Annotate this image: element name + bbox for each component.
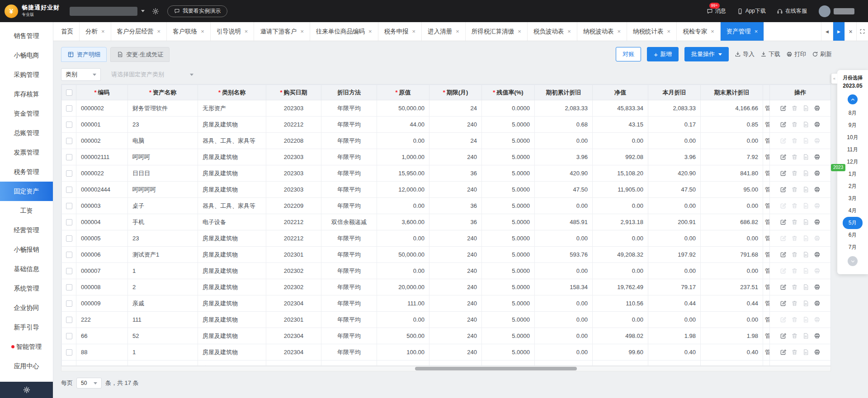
edit-asset-icon[interactable] xyxy=(780,121,787,128)
sidebar-settings-button[interactable] xyxy=(0,382,53,398)
tab-客户分层经营[interactable]: 客户分层经营× xyxy=(111,22,167,41)
reconcile-button[interactable]: 对账 xyxy=(616,47,641,61)
delete-asset-icon[interactable] xyxy=(791,202,798,209)
tab-纳税统计表[interactable]: 纳税统计表× xyxy=(627,22,677,41)
add-button[interactable]: + 新增 xyxy=(647,47,679,61)
row-checkbox[interactable] xyxy=(66,105,72,112)
print-asset-icon[interactable] xyxy=(814,154,821,160)
select-all-header[interactable] xyxy=(62,85,76,100)
refresh-button[interactable]: 刷新 xyxy=(812,50,832,58)
generate-voucher-icon[interactable] xyxy=(802,186,809,193)
tab-税检专家[interactable]: 税检专家× xyxy=(677,22,721,41)
batch-actions-button[interactable]: 批量操作 xyxy=(684,47,729,61)
print-asset-icon[interactable] xyxy=(814,316,821,323)
tab-往来单位商品编码[interactable]: 往来单位商品编码× xyxy=(310,22,378,41)
generate-voucher-icon[interactable] xyxy=(802,300,809,307)
month-item-11月[interactable]: 11月 xyxy=(837,144,868,156)
row-checkbox[interactable] xyxy=(66,349,72,356)
month-item-3月[interactable]: 3月 xyxy=(837,192,868,205)
panel-collapse-handle[interactable]: « xyxy=(831,74,837,84)
tab-close-icon[interactable]: × xyxy=(245,28,248,34)
download-button[interactable]: 下载 xyxy=(760,50,780,58)
row-checkbox[interactable] xyxy=(66,219,72,225)
edit-asset-icon[interactable] xyxy=(780,137,787,144)
tab-close-icon[interactable]: × xyxy=(101,28,105,34)
generate-voucher-icon[interactable] xyxy=(802,170,809,177)
delete-asset-icon[interactable] xyxy=(791,235,798,242)
row-checkbox[interactable] xyxy=(66,317,72,323)
edit-asset-icon[interactable] xyxy=(780,186,787,193)
print-asset-icon[interactable] xyxy=(814,332,821,339)
sidebar-item-经营管理[interactable]: 经营管理 xyxy=(0,220,53,240)
delete-asset-icon[interactable] xyxy=(791,105,798,112)
row-checkbox[interactable] xyxy=(66,284,72,290)
delete-asset-icon[interactable] xyxy=(791,284,798,290)
generate-voucher-icon[interactable] xyxy=(802,154,809,160)
print-asset-icon[interactable] xyxy=(814,186,821,193)
subtab-变更·生成凭证[interactable]: 变更·生成凭证 xyxy=(110,47,170,62)
month-item-8月[interactable]: 8月 xyxy=(837,107,868,119)
tab-分析[interactable]: 分析× xyxy=(80,22,111,41)
edit-asset-icon[interactable] xyxy=(780,349,787,356)
row-checkbox[interactable] xyxy=(66,154,72,160)
tab-资产管理[interactable]: 资产管理× xyxy=(721,22,764,41)
edit-asset-icon[interactable] xyxy=(780,219,787,225)
generate-voucher-icon[interactable] xyxy=(802,332,809,339)
print-asset-icon[interactable] xyxy=(814,137,821,144)
sidebar-item-智能管理[interactable]: 智能管理 xyxy=(0,337,53,356)
generate-voucher-icon[interactable] xyxy=(802,316,809,323)
tab-税务申报[interactable]: 税务申报× xyxy=(378,22,422,41)
print-button[interactable]: 打印 xyxy=(786,50,806,58)
sidebar-item-新手引导[interactable]: 新手引导 xyxy=(0,318,53,337)
delete-asset-icon[interactable] xyxy=(791,154,798,160)
row-checkbox[interactable] xyxy=(66,89,72,96)
month-item-5月[interactable]: 5月 xyxy=(843,217,863,229)
messages-button[interactable]: 99+ 消息 xyxy=(707,7,726,15)
subtab-资产明细[interactable]: 资产明细 xyxy=(61,47,107,62)
print-asset-icon[interactable] xyxy=(814,105,821,112)
generate-voucher-icon[interactable] xyxy=(802,251,809,258)
generate-voucher-icon[interactable] xyxy=(802,219,809,225)
tab-邀请下游客户[interactable]: 邀请下游客户× xyxy=(254,22,310,41)
sidebar-item-发票管理[interactable]: 发票管理 xyxy=(0,143,53,162)
delete-asset-icon[interactable] xyxy=(791,300,798,307)
generate-voucher-icon[interactable] xyxy=(802,235,809,242)
sidebar-item-应用中心[interactable]: 应用中心 xyxy=(0,356,53,376)
app-download-button[interactable]: App下载 xyxy=(737,7,766,15)
edit-asset-icon[interactable] xyxy=(780,284,787,290)
category-select[interactable]: 类别 xyxy=(61,68,101,81)
month-item-10月[interactable]: 10月 xyxy=(837,131,868,144)
row-checkbox[interactable] xyxy=(66,235,72,242)
horizontal-scrollbar[interactable] xyxy=(61,366,831,371)
print-asset-icon[interactable] xyxy=(814,300,821,307)
tab-close-icon[interactable]: × xyxy=(456,28,459,34)
generate-voucher-icon[interactable] xyxy=(802,349,809,356)
fullscreen-button[interactable] xyxy=(856,22,868,41)
row-checkbox[interactable] xyxy=(66,122,72,128)
tab-close-icon[interactable]: × xyxy=(711,28,714,34)
print-asset-icon[interactable] xyxy=(814,284,821,290)
tab-close-icon[interactable]: × xyxy=(300,28,304,34)
asset-type-select[interactable]: 请选择固定资产类别 xyxy=(107,68,198,81)
edit-asset-icon[interactable] xyxy=(780,105,787,112)
delete-asset-icon[interactable] xyxy=(791,332,798,339)
delete-asset-icon[interactable] xyxy=(791,186,798,193)
row-checkbox[interactable] xyxy=(66,187,72,193)
tab-首页[interactable]: 首页 xyxy=(55,22,80,41)
tab-close-icon[interactable]: × xyxy=(518,28,521,34)
generate-voucher-icon[interactable] xyxy=(802,137,809,144)
print-asset-icon[interactable] xyxy=(814,251,821,258)
row-checkbox[interactable] xyxy=(66,333,72,339)
delete-asset-icon[interactable] xyxy=(791,121,798,128)
tab-税负波动表[interactable]: 税负波动表× xyxy=(528,22,577,41)
generate-voucher-icon[interactable] xyxy=(802,284,809,290)
sidebar-item-固定资产[interactable]: 固定资产 xyxy=(0,182,53,201)
tab-scroll-left-button[interactable]: ◀ xyxy=(821,22,833,41)
sidebar-item-税务管理[interactable]: 税务管理 xyxy=(0,162,53,182)
print-asset-icon[interactable] xyxy=(814,219,821,225)
sidebar-item-企业协同[interactable]: 企业协同 xyxy=(0,298,53,318)
scrollbar-thumb[interactable] xyxy=(415,367,576,370)
tab-close-icon[interactable]: × xyxy=(617,28,621,34)
tab-进入清册[interactable]: 进入清册× xyxy=(422,22,466,41)
import-button[interactable]: 导入 xyxy=(735,50,755,58)
